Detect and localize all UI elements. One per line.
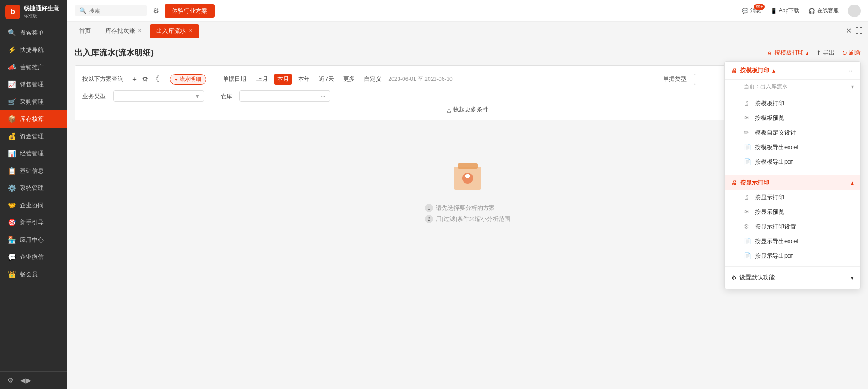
app-download-button[interactable]: 📱 App下载 xyxy=(770,7,799,15)
sidebar-item-marketing[interactable]: 📣 营销推广 xyxy=(0,59,67,76)
dropdown-display-export-pdf-item[interactable]: 📄 按显示导出pdf xyxy=(725,249,860,263)
topbar-right: 💬 消息 99+ 📱 App下载 🎧 在线客服 xyxy=(742,5,861,17)
warehouse-select[interactable]: ··· xyxy=(239,90,330,102)
template-print-button[interactable]: 🖨 按模板打印 xyxy=(767,49,809,57)
biz-type-select[interactable] xyxy=(113,90,204,102)
sidebar-item-guide[interactable]: 🎯 新手引导 xyxy=(0,214,67,231)
biz-type-label: 业务类型 xyxy=(82,92,106,100)
sidebar-logo: b 畅捷通好生意 标准版 xyxy=(0,0,67,24)
tab-batch-account-close[interactable]: ✕ xyxy=(138,28,142,34)
dropdown-template-preview-item[interactable]: 👁 按模板预览 xyxy=(725,111,860,125)
sidebar-item-wechat[interactable]: 💬 企业微信 xyxy=(0,249,67,266)
biz-type-chevron xyxy=(196,93,199,100)
date-btn-last-month[interactable]: 上月 xyxy=(254,74,271,85)
date-btn-this-month[interactable]: 本月 xyxy=(274,74,292,85)
tab-batch-account[interactable]: 库存批次账 ✕ xyxy=(99,24,148,38)
template-print-dropdown: 🖨 按模板打印 ··· 当前：出入库流水 xyxy=(724,61,861,289)
template-preview-icon: 👁 xyxy=(744,115,751,122)
dropdown-display-preview-item[interactable]: 👁 按显示预览 xyxy=(725,205,860,219)
topbar-search-input[interactable] xyxy=(89,8,135,14)
sidebar-item-vip[interactable]: 👑 畅会员 xyxy=(0,266,67,283)
chevron-up-icon xyxy=(806,50,809,56)
system-icon: ⚙️ xyxy=(7,184,16,192)
tab-flow-detail-close[interactable]: ✕ xyxy=(189,28,193,34)
refresh-button[interactable]: ↻ 刷新 xyxy=(842,49,861,57)
sidebar-item-basic[interactable]: 📋 基础信息 xyxy=(0,162,67,180)
dropdown-template-export-pdf-item[interactable]: 📄 按模板导出pdf xyxy=(725,155,860,169)
sidebar-item-purchase[interactable]: 🛒 采购管理 xyxy=(0,93,67,110)
operation-icon: 📊 xyxy=(7,150,16,158)
quick-nav-icon: ⚡ xyxy=(7,46,16,54)
page-header: 出入库流水(流水明细) 🖨 按模板打印 ⬆ 导出 ↻ 刷新 xyxy=(75,47,861,58)
dropdown-current-label: 当前：出入库流水 xyxy=(725,80,860,94)
dropdown-more-icon[interactable]: ··· xyxy=(849,67,854,74)
sidebar-item-quick-nav[interactable]: ⚡ 快捷导航 xyxy=(0,41,67,59)
sidebar-item-enterprise[interactable]: 🤝 企业协同 xyxy=(0,197,67,214)
sidebar-item-app-center[interactable]: 🏪 应用中心 xyxy=(0,231,67,249)
date-btn-last-7-days[interactable]: 近7天 xyxy=(316,74,337,85)
message-button[interactable]: 💬 消息 99+ xyxy=(742,7,761,15)
page-actions: 🖨 按模板打印 ⬆ 导出 ↻ 刷新 🖨 xyxy=(767,49,861,57)
basic-icon: 📋 xyxy=(7,167,16,175)
settings-icon[interactable]: ⚙ xyxy=(7,376,13,384)
export-button[interactable]: ⬆ 导出 xyxy=(816,49,835,57)
dropdown-current-chevron[interactable] xyxy=(851,84,854,90)
sidebar-item-sales[interactable]: 📈 销售管理 xyxy=(0,76,67,93)
tab-flow-detail[interactable]: 出入库流水 ✕ xyxy=(150,24,199,38)
tab-maximize-icon[interactable]: ⛶ xyxy=(855,27,863,35)
logo-text: 畅捷通好生意 标准版 xyxy=(24,5,59,19)
warehouse-more-icon[interactable]: ··· xyxy=(320,93,325,100)
template-print-sub-icon: 🖨 xyxy=(744,100,751,107)
date-btn-custom[interactable]: 自定义 xyxy=(361,74,384,85)
tab-close-all-icon[interactable]: ✕ xyxy=(846,26,852,35)
filter-collapse-icon[interactable]: 《 xyxy=(152,75,159,84)
template-export-pdf-icon: 📄 xyxy=(744,158,751,165)
sidebar-item-inventory[interactable]: 📦 库存核算 xyxy=(0,110,67,128)
collapse-sidebar-icon[interactable]: ◀▶ xyxy=(20,376,31,384)
dropdown-display-section-header[interactable]: 🖨 按显示打印 xyxy=(725,175,860,190)
marketing-icon: 📣 xyxy=(7,63,16,71)
filter-active-tag[interactable]: ● 流水明细 xyxy=(170,74,206,85)
industry-solution-button[interactable]: 体验行业方案 xyxy=(165,4,215,18)
display-setting-icon: ⚙ xyxy=(744,223,751,230)
topbar-gear-icon[interactable]: ⚙ xyxy=(153,6,159,15)
dropdown-section-template: 🖨 按模板打印 👁 按模板预览 ✏ 模板自定义设计 📄 xyxy=(725,94,860,172)
sidebar-item-operation[interactable]: 📊 经营管理 xyxy=(0,145,67,162)
svg-rect-1 xyxy=(458,163,478,169)
dropdown-template-print-item[interactable]: 🖨 按模板打印 xyxy=(725,96,860,111)
date-btn-more[interactable]: 更多 xyxy=(340,74,358,85)
sidebar-item-search[interactable]: 🔍 搜索菜单 xyxy=(0,24,67,41)
sidebar-item-system[interactable]: ⚙️ 系统管理 xyxy=(0,180,67,197)
tab-home[interactable]: 首页 xyxy=(73,24,97,38)
display-preview-icon: 👁 xyxy=(744,209,751,216)
guide-icon: 🎯 xyxy=(7,219,16,227)
customer-service-button[interactable]: 🎧 在线客服 xyxy=(808,7,839,15)
dropdown-display-print-item[interactable]: 🖨 按显示打印 xyxy=(725,190,860,205)
date-btn-this-year[interactable]: 本年 xyxy=(295,74,313,85)
dropdown-template-custom-item[interactable]: ✏ 模板自定义设计 xyxy=(725,125,860,140)
download-icon: 📱 xyxy=(770,8,777,14)
empty-tip-1: 1 请先选择要分析的方案 xyxy=(425,204,510,212)
empty-tips: 1 请先选择要分析的方案 2 用[过滤]条件来缩小分析范围 xyxy=(425,204,510,223)
filter-settings-icon[interactable]: ⚙ xyxy=(142,75,148,84)
display-section-icon: 🖨 xyxy=(731,180,737,186)
tabbar: 首页 库存批次账 ✕ 出入库流水 ✕ ✕ ⛶ xyxy=(67,22,868,40)
user-avatar[interactable] xyxy=(848,5,861,17)
app-center-icon: 🏪 xyxy=(7,236,16,244)
tag-circle-icon: ● xyxy=(175,77,178,82)
display-export-pdf-icon: 📄 xyxy=(744,252,751,259)
dropdown-display-export-excel-item[interactable]: 📄 按显示导出excel xyxy=(725,234,860,249)
vip-icon: 👑 xyxy=(7,270,16,279)
topbar-search-box[interactable]: 🔍 xyxy=(75,5,147,16)
search-menu-icon: 🔍 xyxy=(7,29,16,37)
topbar-search-icon: 🔍 xyxy=(79,7,86,14)
filter-add-icon[interactable]: ＋ xyxy=(131,75,138,84)
bill-type-label: 单据类型 xyxy=(663,75,687,83)
sidebar-item-finance[interactable]: 💰 资金管理 xyxy=(0,128,67,145)
sales-icon: 📈 xyxy=(7,80,16,89)
display-export-excel-icon: 📄 xyxy=(744,238,751,245)
topbar: 🔍 ⚙ 体验行业方案 💬 消息 99+ 📱 App下载 🎧 在线客服 xyxy=(67,0,868,22)
dropdown-template-export-excel-item[interactable]: 📄 按模板导出excel xyxy=(725,140,860,155)
dropdown-display-print-setting-item[interactable]: ⚙ 按显示打印设置 xyxy=(725,219,860,234)
dropdown-default-function-item[interactable]: ⚙ 设置默认功能 xyxy=(731,270,854,285)
